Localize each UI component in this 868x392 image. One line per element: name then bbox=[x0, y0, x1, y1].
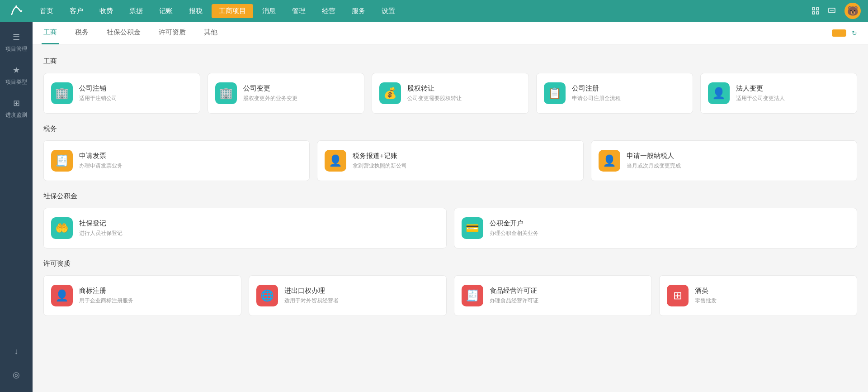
cards-grid-许可资质: 👤商标注册用于企业商标注册服务🌐进出口权办理适用于对外贸易经营者🧾食品经营许可证… bbox=[43, 275, 857, 316]
nav-item-记账[interactable]: 记账 bbox=[152, 4, 180, 18]
sidebar-bottom-icon: ◎ bbox=[10, 368, 23, 381]
card-icon: 🤲 bbox=[51, 217, 73, 239]
card-title: 法人变更 bbox=[736, 84, 849, 93]
tab-税务[interactable]: 税务 bbox=[73, 22, 90, 44]
card-text: 股权转让公司变更需要股权转让 bbox=[407, 84, 521, 102]
sidebar-item-项目类型[interactable]: ★项目类型 bbox=[0, 58, 33, 91]
content-area: 工商税务社保公积金许可资质其他 ↻ 工商🏢公司注销适用于注销公司🏢公司变更股权变… bbox=[33, 22, 868, 392]
service-card-商标注册[interactable]: 👤商标注册用于企业商标注册服务 bbox=[43, 275, 241, 316]
service-card-股权转让[interactable]: 💰股权转让公司变更需要股权转让 bbox=[372, 73, 528, 114]
card-title: 商标注册 bbox=[79, 287, 234, 295]
card-icon: 🧾 bbox=[462, 285, 483, 306]
sidebar-bottom-item[interactable]: ◎ bbox=[8, 363, 24, 387]
sidebar-item-进度监测[interactable]: ⊞进度监测 bbox=[0, 91, 33, 124]
tab-许可资质[interactable]: 许可资质 bbox=[157, 22, 188, 44]
card-text: 酒类零售批发 bbox=[695, 287, 849, 305]
card-text: 食品经营许可证办理食品经营许可证 bbox=[490, 287, 644, 305]
card-desc: 拿到营业执照的新公司 bbox=[353, 162, 576, 170]
card-icon: 🌐 bbox=[256, 285, 278, 306]
cards-grid-社保公积金: 🤲社保登记进行人员社保登记💳公积金开户办理公积金相关业务 bbox=[43, 208, 857, 249]
sidebar-icon: ★ bbox=[10, 64, 23, 76]
logo[interactable] bbox=[7, 2, 25, 20]
nav-item-管理[interactable]: 管理 bbox=[285, 4, 313, 18]
svg-rect-2 bbox=[816, 8, 819, 10]
card-text: 申请一般纳税人当月或次月成变更完成 bbox=[627, 152, 849, 170]
service-card-公积金开户[interactable]: 💳公积金开户办理公积金相关业务 bbox=[454, 208, 857, 249]
nav-item-设置[interactable]: 设置 bbox=[374, 4, 402, 18]
service-card-申请发票[interactable]: 🧾申请发票办理申请发票业务 bbox=[43, 140, 310, 181]
nav-item-经营[interactable]: 经营 bbox=[315, 4, 343, 18]
card-title: 进出口权办理 bbox=[284, 287, 439, 295]
sidebar-icon: ⊞ bbox=[10, 97, 23, 110]
card-text: 进出口权办理适用于对外贸易经营者 bbox=[284, 287, 439, 305]
card-title: 股权转让 bbox=[407, 84, 521, 93]
nav-item-消息[interactable]: 消息 bbox=[255, 4, 283, 18]
refresh-button[interactable]: ↻ bbox=[852, 29, 859, 37]
card-desc: 进行人员社保登记 bbox=[79, 229, 439, 237]
sidebar-item-项目管理[interactable]: ☰项目管理 bbox=[0, 25, 33, 58]
card-title: 公积金开户 bbox=[490, 219, 849, 228]
sidebar-bottom-icon: ↓ bbox=[10, 345, 23, 358]
service-card-食品经营许可证[interactable]: 🧾食品经营许可证办理食品经营许可证 bbox=[454, 275, 652, 316]
card-desc: 适用于注销公司 bbox=[79, 95, 193, 102]
nav-item-客户[interactable]: 客户 bbox=[62, 4, 90, 18]
card-icon: 👤 bbox=[51, 285, 73, 306]
card-desc: 申请公司注册全流程 bbox=[572, 95, 685, 102]
card-title: 申请一般纳税人 bbox=[627, 152, 849, 160]
tab-工商[interactable]: 工商 bbox=[42, 22, 59, 44]
tab-其他[interactable]: 其他 bbox=[202, 22, 219, 44]
card-text: 法人变更适用于公司变更法人 bbox=[736, 84, 849, 102]
service-card-法人变更[interactable]: 👤法人变更适用于公司变更法人 bbox=[700, 73, 857, 114]
card-desc: 办理申请发票业务 bbox=[79, 162, 302, 170]
nav-right: 🐻 bbox=[812, 3, 861, 19]
service-card-社保登记[interactable]: 🤲社保登记进行人员社保登记 bbox=[43, 208, 447, 249]
card-icon: 🧾 bbox=[51, 150, 73, 172]
card-icon: ⊞ bbox=[667, 285, 689, 306]
card-icon: 💰 bbox=[379, 82, 401, 104]
tab-list: 工商税务社保公积金许可资质其他 bbox=[42, 22, 219, 44]
nav-item-报税[interactable]: 报税 bbox=[182, 4, 210, 18]
cards-grid-工商: 🏢公司注销适用于注销公司🏢公司变更股权变更外的业务变更💰股权转让公司变更需要股权… bbox=[43, 73, 857, 114]
service-card-申请一般纳税人[interactable]: 👤申请一般纳税人当月或次月成变更完成 bbox=[591, 140, 857, 181]
service-card-公司注册[interactable]: 📋公司注册申请公司注册全流程 bbox=[536, 73, 693, 114]
nav-item-工商项目[interactable]: 工商项目 bbox=[212, 4, 253, 18]
section-title-工商: 工商 bbox=[43, 57, 857, 66]
section-title-许可资质: 许可资质 bbox=[43, 259, 857, 268]
nav-item-收费[interactable]: 收费 bbox=[92, 4, 120, 18]
card-text: 申请发票办理申请发票业务 bbox=[79, 152, 302, 170]
card-title: 食品经营许可证 bbox=[490, 287, 644, 295]
add-type-button[interactable] bbox=[832, 29, 846, 37]
section-title-社保公积金: 社保公积金 bbox=[43, 192, 857, 201]
sidebar-icon: ☰ bbox=[10, 31, 23, 43]
nav-item-服务[interactable]: 服务 bbox=[344, 4, 373, 18]
sidebar: ☰项目管理★项目类型⊞进度监测↓◎ bbox=[0, 22, 33, 392]
service-card-进出口权办理[interactable]: 🌐进出口权办理适用于对外贸易经营者 bbox=[249, 275, 447, 316]
card-text: 公积金开户办理公积金相关业务 bbox=[490, 219, 849, 237]
sidebar-bottom-item[interactable]: ↓ bbox=[8, 339, 24, 363]
card-title: 酒类 bbox=[695, 287, 849, 295]
service-card-税务报道+记账[interactable]: 👤税务报道+记账拿到营业执照的新公司 bbox=[317, 140, 583, 181]
card-icon: 🏢 bbox=[215, 82, 237, 104]
top-nav: 首页客户收费票据记账报税工商项目消息管理经营服务设置 🐻 bbox=[0, 0, 868, 22]
fullscreen-button[interactable] bbox=[812, 7, 821, 14]
card-title: 税务报道+记账 bbox=[353, 152, 576, 160]
main-layout: ☰项目管理★项目类型⊞进度监测↓◎ 工商税务社保公积金许可资质其他 ↻ 工商🏢公… bbox=[0, 22, 868, 392]
svg-point-0 bbox=[15, 5, 17, 7]
nav-item-票据[interactable]: 票据 bbox=[122, 4, 150, 18]
user-avatar[interactable]: 🐻 bbox=[844, 3, 861, 19]
svg-rect-4 bbox=[816, 12, 819, 14]
card-desc: 当月或次月成变更完成 bbox=[627, 162, 849, 170]
service-card-公司变更[interactable]: 🏢公司变更股权变更外的业务变更 bbox=[208, 73, 364, 114]
card-desc: 股权变更外的业务变更 bbox=[243, 95, 357, 102]
nav-item-首页[interactable]: 首页 bbox=[33, 4, 61, 18]
member-button[interactable] bbox=[828, 7, 837, 14]
card-title: 申请发票 bbox=[79, 152, 302, 160]
tab-社保公积金[interactable]: 社保公积金 bbox=[105, 22, 142, 44]
card-icon: 📋 bbox=[544, 82, 566, 104]
card-icon: 👤 bbox=[599, 150, 620, 172]
service-card-酒类[interactable]: ⊞酒类零售批发 bbox=[659, 275, 857, 316]
tab-actions: ↻ bbox=[832, 29, 859, 37]
service-card-公司注销[interactable]: 🏢公司注销适用于注销公司 bbox=[43, 73, 200, 114]
svg-rect-3 bbox=[812, 12, 815, 14]
card-text: 公司变更股权变更外的业务变更 bbox=[243, 84, 357, 102]
